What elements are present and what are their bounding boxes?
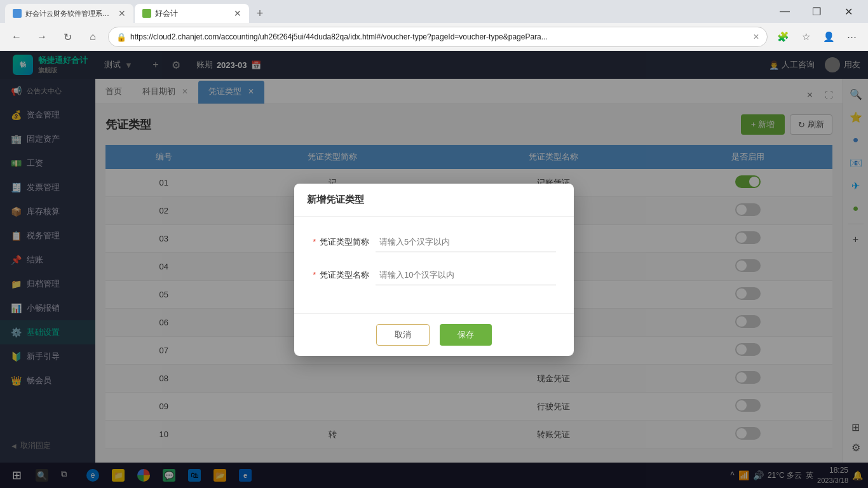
tab-favicon-1 xyxy=(13,9,22,18)
profile-icon[interactable]: 👤 xyxy=(818,27,839,47)
tab-label-2: 好会计 xyxy=(155,8,178,19)
abbr-input[interactable] xyxy=(376,232,556,252)
form-row-abbr: * 凭证类型简称 xyxy=(312,232,556,252)
menu-icon[interactable]: ⋯ xyxy=(841,27,862,47)
browser-tabs: 好会计云财务软件管理系统_会计 ✕ 好会计 ✕ + xyxy=(5,0,269,23)
browser-titlebar: 好会计云财务软件管理系统_会计 ✕ 好会计 ✕ + — ❐ ✕ xyxy=(0,0,868,23)
maximize-button[interactable]: ❐ xyxy=(802,3,831,20)
name-input[interactable] xyxy=(376,265,556,285)
modal-title: 新增凭证类型 xyxy=(307,194,364,205)
browser-tab-1[interactable]: 好会计云财务软件管理系统_会计 ✕ xyxy=(5,4,133,23)
favorites-icon[interactable]: ☆ xyxy=(796,27,816,47)
modal-overlay: 新增凭证类型 * 凭证类型简称 * 凭证类型名称 xyxy=(0,51,868,488)
close-button[interactable]: ✕ xyxy=(834,3,863,20)
home-button[interactable]: ⌂ xyxy=(83,27,103,47)
required-star-abbr: * xyxy=(313,237,316,247)
reload-icon-inline: ✕ xyxy=(753,32,759,41)
window-controls: — ❐ ✕ xyxy=(770,3,863,20)
tab-close-2[interactable]: ✕ xyxy=(234,8,241,18)
reload-button[interactable]: ↻ xyxy=(57,27,78,47)
address-bar[interactable]: 🔒 https://cloud2.chanjet.com/accounting/… xyxy=(108,27,768,47)
browser-addressbar: ← → ↻ ⌂ 🔒 https://cloud2.chanjet.com/acc… xyxy=(0,23,868,51)
modal-footer: 取消 保存 xyxy=(294,313,574,356)
modal-header: 新增凭证类型 xyxy=(294,184,574,217)
forward-button[interactable]: → xyxy=(32,27,52,47)
form-label-name: * 凭证类型名称 xyxy=(312,269,376,281)
tab-close-1[interactable]: ✕ xyxy=(118,8,126,18)
modal-body: * 凭证类型简称 * 凭证类型名称 xyxy=(294,217,574,313)
required-star-name: * xyxy=(313,270,316,280)
tab-favicon-2 xyxy=(142,9,151,18)
cancel-button[interactable]: 取消 xyxy=(376,324,430,346)
back-button[interactable]: ← xyxy=(6,27,27,47)
toolbar-icons: 🧩 ☆ 👤 ⋯ xyxy=(773,27,862,47)
form-label-abbr: * 凭证类型简称 xyxy=(312,236,376,248)
form-row-name: * 凭证类型名称 xyxy=(312,265,556,285)
save-button[interactable]: 保存 xyxy=(440,324,492,346)
new-voucher-modal: 新增凭证类型 * 凭证类型简称 * 凭证类型名称 xyxy=(294,184,574,356)
browser-tab-2[interactable]: 好会计 ✕ xyxy=(135,4,249,23)
new-tab-button[interactable]: + xyxy=(250,4,269,23)
minimize-button[interactable]: — xyxy=(770,3,799,20)
extensions-icon[interactable]: 🧩 xyxy=(773,27,793,47)
security-icon: 🔒 xyxy=(116,32,126,42)
url-display: https://cloud2.chanjet.com/accounting/uh… xyxy=(130,32,749,41)
tab-label-1: 好会计云财务软件管理系统_会计 xyxy=(25,9,114,18)
